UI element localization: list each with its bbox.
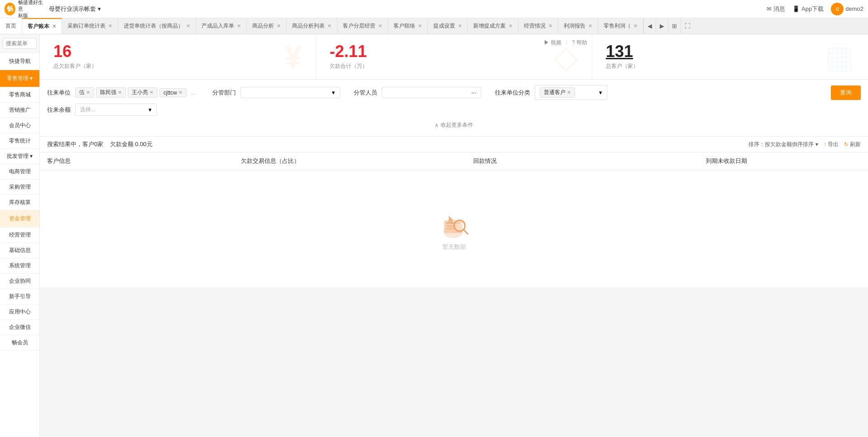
tab-stock-stats-label: 进货单统计表（按商品） [124, 22, 183, 30]
video-btn[interactable]: ▶ 视频 [544, 39, 561, 47]
sidebar-item-corp-wechat[interactable]: 企业微信 [0, 320, 39, 335]
unit-filter-label: 往来单位 [47, 89, 71, 97]
sidebar-item-quick-nav[interactable]: 快捷导航 [0, 53, 39, 70]
more-tags-btn[interactable]: ... [188, 88, 199, 97]
tab-new-promote-close[interactable]: ✕ [508, 23, 513, 29]
tab-next-btn[interactable]: ▶ [656, 18, 668, 34]
sidebar-item-basic-info[interactable]: 基础信息 [0, 243, 39, 258]
tab-retail-profit[interactable]: 零售利润（ ✕ [598, 18, 643, 34]
mobile-icon: 📱 [792, 5, 800, 12]
tab-new-promote[interactable]: 新增提成方案 ✕ [468, 18, 518, 34]
tab-promote-settings-close[interactable]: ✕ [458, 23, 462, 29]
col-header-date: 到期未收款日期 [706, 157, 861, 165]
remove-tag-chen[interactable]: ✕ [118, 90, 122, 95]
sidebar-item-retail-mall[interactable]: 零售商城 [0, 87, 39, 103]
tab-bar: 首页 客户账本 ✕ 采购订单统计表 ✕ 进货单统计表（按商品） ✕ 产成品入库单… [0, 18, 868, 34]
balance-selector[interactable]: 选择... ▾ [75, 104, 157, 116]
collapse-button[interactable]: ∧ 收起更多条件 [47, 119, 861, 131]
tab-cost-in[interactable]: 产成品入库单 ✕ [196, 18, 247, 34]
tab-home-label: 首页 [5, 22, 16, 30]
tab-stock-stats-close[interactable]: ✕ [186, 23, 190, 29]
user-profile[interactable]: d demo2 [831, 3, 863, 15]
tab-cost-in-close[interactable]: ✕ [237, 23, 241, 29]
app-download-btn[interactable]: 📱 App下载 [792, 5, 824, 13]
sidebar-item-member-center[interactable]: 会员中心 [0, 118, 39, 133]
tab-home[interactable]: 首页 [0, 18, 22, 34]
tab-product-analysis[interactable]: 商品分析 ✕ [247, 18, 287, 34]
sidebar-item-inventory[interactable]: 库存核算 [0, 195, 39, 210]
tab-fullscreen-btn[interactable]: ⛶ [681, 18, 694, 34]
tab-customer-tier[interactable]: 客户分层经营 ✕ [337, 18, 388, 34]
logo-text: 畅捷通好生意 标版 [18, 0, 44, 19]
tab-prev-btn[interactable]: ◀ [643, 18, 656, 34]
header-right: ✉ 消息 📱 App下载 d demo2 [767, 3, 863, 15]
remove-tag-wang[interactable]: ✕ [149, 90, 153, 95]
person-selector[interactable]: ··· [382, 87, 481, 98]
sidebar-item-retail-mgmt[interactable]: 零售管理 ▾ [0, 70, 39, 87]
refresh-btn[interactable]: ↻ 刷新 [844, 141, 861, 148]
person-filter-label: 分管人员 [354, 89, 377, 97]
sidebar-item-member-vip[interactable]: 畅会员 [0, 335, 39, 351]
tab-accounts[interactable]: 客户账本 ✕ [22, 18, 62, 34]
export-btn[interactable]: ↑ 导出 [824, 141, 839, 148]
sidebar-item-new-guide[interactable]: 新手引导 [0, 289, 39, 304]
tab-purchase-order[interactable]: 采购订单统计表 ✕ [62, 18, 118, 34]
tab-stock-stats[interactable]: 进货单统计表（按商品） ✕ [118, 18, 196, 34]
filter-tag-normal-customer[interactable]: 普通客户 ✕ [540, 87, 575, 98]
sidebar-item-system-mgmt[interactable]: 系统管理 [0, 258, 39, 274]
sidebar: 快捷导航 零售管理 ▾ 零售商城 营销推广 会员中心 零售统计 批发管理 ▾ 电… [0, 34, 40, 437]
query-button[interactable]: 查询 [831, 86, 861, 100]
unit-type-selector[interactable]: 普通客户 ✕ ▾ [535, 85, 607, 100]
chevron-down-icon: ▾ [98, 5, 101, 12]
tab-product-analysis-list-close[interactable]: ✕ [327, 23, 331, 29]
filter-tag-wang[interactable]: 王小亮 ✕ [128, 87, 158, 98]
account-selector[interactable]: 母婴行业演示帐套 ▾ [49, 5, 762, 13]
sidebar-item-finance[interactable]: 资金管理 [0, 210, 39, 228]
remove-tag-wu[interactable]: ✕ [86, 90, 90, 95]
svg-line-6 [464, 230, 468, 234]
remove-normal-customer[interactable]: ✕ [567, 90, 571, 95]
tab-operation-status[interactable]: 经营情况 ✕ [518, 18, 558, 34]
tab-customer-contact[interactable]: 客户联络 ✕ [388, 18, 428, 34]
export-icon: ↑ [824, 141, 826, 147]
sidebar-item-ecommerce[interactable]: 电商管理 [0, 164, 39, 180]
search-input[interactable] [3, 38, 37, 49]
dept-selector[interactable]: ▾ [240, 87, 340, 98]
sidebar-item-purchase-mgmt[interactable]: 采购管理 [0, 180, 39, 195]
tab-profit-report[interactable]: 利润报告 ✕ [558, 18, 598, 34]
message-btn[interactable]: ✉ 消息 [767, 5, 785, 13]
empty-illustration [436, 207, 472, 243]
expand-icon: ▾ [30, 75, 33, 81]
tab-product-analysis-label: 商品分析 [252, 22, 274, 30]
tab-product-analysis-close[interactable]: ✕ [277, 23, 281, 29]
help-btn[interactable]: ? 帮助 [572, 39, 587, 47]
sidebar-item-operation-mgmt[interactable]: 经营管理 [0, 228, 39, 243]
tab-customer-contact-close[interactable]: ✕ [418, 23, 422, 29]
tab-customer-tier-close[interactable]: ✕ [378, 23, 382, 29]
remove-tag-cjttcw[interactable]: ✕ [178, 90, 182, 95]
svg-rect-4 [446, 228, 454, 229]
sidebar-item-app-center[interactable]: 应用中心 [0, 304, 39, 320]
tab-more-btn[interactable]: ⊞ [668, 18, 681, 34]
filter-tag-wu[interactable]: 伍 ✕ [75, 87, 94, 98]
filter-tag-chen[interactable]: 陈民强 ✕ [96, 87, 126, 98]
tab-promote-settings[interactable]: 提成设置 ✕ [428, 18, 468, 34]
tab-product-analysis-list[interactable]: 商品分析列表 ✕ [287, 18, 337, 34]
filter-row-1: 往来单位 伍 ✕ 陈民强 ✕ 王小亮 ✕ cjttcw [47, 85, 861, 100]
sidebar-item-batch-mgmt[interactable]: 批发管理 ▾ [0, 149, 39, 164]
tab-accounts-close[interactable]: ✕ [52, 24, 56, 29]
tab-purchase-order-close[interactable]: ✕ [108, 23, 112, 29]
person-more-icon: ··· [471, 89, 476, 96]
col-header-repay: 回款情况 [473, 157, 705, 165]
tab-operation-status-close[interactable]: ✕ [548, 23, 552, 29]
col-header-customer: 客户信息 [47, 157, 241, 165]
tab-profit-report-close[interactable]: ✕ [588, 23, 592, 29]
tab-retail-profit-close[interactable]: ✕ [633, 23, 638, 29]
filter-tag-cjttcw[interactable]: cjttcw ✕ [159, 88, 187, 97]
sidebar-item-marketing[interactable]: 营销推广 [0, 103, 39, 118]
sidebar-item-retail-stats[interactable]: 零售统计 [0, 133, 39, 149]
stat-number-customers: 16 [53, 43, 97, 60]
sort-selector[interactable]: 排序：按欠款金额倒序排序 ▾ [748, 141, 818, 148]
sidebar-item-corp-collab[interactable]: 企业协同 [0, 274, 39, 289]
tab-purchase-order-label: 采购订单统计表 [67, 22, 106, 30]
